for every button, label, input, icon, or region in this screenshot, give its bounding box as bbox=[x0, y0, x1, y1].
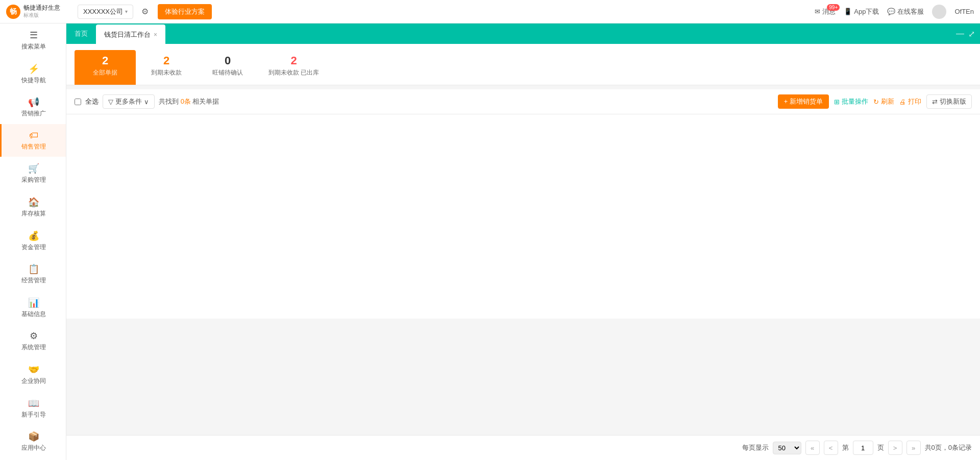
logo-icon: 畅 bbox=[6, 5, 20, 19]
sidebar-item-marketing[interactable]: 📢 营销推广 bbox=[0, 90, 66, 124]
stat-pending-num: 0 bbox=[207, 54, 248, 67]
sidebar-item-sales[interactable]: 🏷 销售管理 bbox=[0, 124, 66, 157]
sidebar-label-app-center: 应用中心 bbox=[21, 444, 46, 452]
header-right: ✉ 消息 99+ 📱 App下载 💬 在线客服 OfTEn bbox=[815, 5, 974, 19]
tab-current[interactable]: 钱货日清工作台 × bbox=[96, 25, 165, 45]
stat-overdue-num: 2 bbox=[146, 54, 187, 67]
table-area bbox=[66, 114, 980, 319]
sidebar-label-system: 系统管理 bbox=[21, 344, 46, 352]
tab-home[interactable]: 首页 bbox=[66, 23, 96, 44]
filter-icon: ▽ bbox=[108, 98, 113, 106]
stat-all-num: 2 bbox=[85, 54, 126, 67]
sidebar-item-operations[interactable]: 📋 经营管理 bbox=[0, 257, 66, 291]
sidebar-item-basic-info[interactable]: 📊 基础信息 bbox=[0, 291, 66, 325]
sidebar-label-sales: 销售管理 bbox=[21, 143, 46, 151]
trial-button[interactable]: 体验行业方案 bbox=[158, 4, 212, 19]
guide-icon: 📖 bbox=[28, 398, 39, 409]
stat-overdue-out-num: 2 bbox=[268, 54, 319, 67]
switch-icon: ⇄ bbox=[932, 98, 938, 106]
tab-bar: 首页 钱货日清工作台 × — ⤢ bbox=[66, 23, 980, 44]
logo-title: 畅捷通好生意 bbox=[23, 4, 60, 12]
tab-close-icon[interactable]: × bbox=[154, 31, 157, 38]
sidebar-item-app-center[interactable]: 📦 应用中心 bbox=[0, 425, 66, 458]
company-name: XXXXXX公司 bbox=[83, 7, 123, 16]
basic-info-icon: 📊 bbox=[28, 297, 39, 308]
sidebar-label-basic: 基础信息 bbox=[21, 310, 46, 319]
sidebar-item-quick-nav[interactable]: ⚡ 快捷导航 bbox=[0, 57, 66, 91]
stat-pending[interactable]: 0 旺铺待确认 bbox=[197, 50, 258, 85]
operations-icon: 📋 bbox=[28, 263, 39, 275]
app-download-button[interactable]: 📱 App下载 bbox=[844, 7, 879, 16]
refresh-button[interactable]: ↻ 刷新 bbox=[873, 97, 894, 106]
sidebar-item-guide[interactable]: 📖 新手引导 bbox=[0, 392, 66, 425]
first-page-button[interactable]: « bbox=[805, 441, 820, 455]
per-page-label: 每页显示 bbox=[742, 443, 769, 452]
tab-minimize-icon[interactable]: — bbox=[956, 29, 964, 38]
message-icon: ✉ bbox=[815, 8, 820, 15]
avatar[interactable] bbox=[932, 5, 946, 19]
sales-icon: 🏷 bbox=[29, 130, 38, 141]
message-button[interactable]: ✉ 消息 99+ bbox=[815, 7, 836, 16]
sidebar-label-purchase: 采购管理 bbox=[21, 176, 46, 184]
pagination-bar: 每页显示 50 100 200 « < 第 页 > » 共0页，0条记录 bbox=[66, 435, 980, 460]
system-icon: ⚙ bbox=[30, 330, 38, 342]
sidebar-item-inventory[interactable]: 🏠 库存核算 bbox=[0, 190, 66, 224]
page-suffix: 页 bbox=[877, 443, 884, 452]
search-menu-icon: ☰ bbox=[30, 30, 38, 41]
stat-all[interactable]: 2 全部单据 bbox=[75, 50, 136, 85]
page-label: 第 bbox=[842, 443, 849, 452]
sidebar-item-finance[interactable]: 💰 资金管理 bbox=[0, 224, 66, 258]
sidebar-label-search: 搜索菜单 bbox=[21, 43, 46, 51]
stat-overdue-out-label: 到期未收款 已出库 bbox=[268, 68, 319, 77]
company-selector[interactable]: XXXXXX公司 ▾ bbox=[78, 5, 133, 19]
per-page-select[interactable]: 50 100 200 bbox=[773, 442, 801, 454]
print-icon: 🖨 bbox=[899, 98, 906, 106]
chevron-down-icon: ▾ bbox=[125, 9, 128, 14]
next-page-button[interactable]: > bbox=[888, 441, 902, 455]
switch-version-button[interactable]: ⇄ 切换新版 bbox=[926, 94, 972, 109]
purchase-icon: 🛒 bbox=[28, 163, 39, 174]
finance-icon: 💰 bbox=[28, 230, 39, 241]
print-label: 打印 bbox=[908, 97, 921, 106]
online-service-button[interactable]: 💬 在线客服 bbox=[887, 7, 924, 16]
sidebar-item-purchase[interactable]: 🛒 采购管理 bbox=[0, 157, 66, 190]
service-icon: 💬 bbox=[887, 8, 895, 15]
user-name[interactable]: OfTEn bbox=[954, 8, 974, 15]
batch-label: 批量操作 bbox=[842, 97, 868, 106]
top-header: 畅 畅捷通好生意 标准版 XXXXXX公司 ▾ ⚙ 体验行业方案 ✉ 消息 99… bbox=[0, 0, 980, 23]
more-filter-button[interactable]: ▽ 更多条件 ∨ bbox=[103, 94, 155, 109]
message-badge: 99+ bbox=[827, 4, 840, 11]
refresh-icon: ↻ bbox=[873, 98, 879, 106]
tab-bar-actions: — ⤢ bbox=[956, 29, 980, 39]
sidebar-label-marketing: 营销推广 bbox=[21, 110, 46, 118]
page-body: 2 全部单据 2 到期未收款 0 旺铺待确认 2 到期未收款 已出库 bbox=[66, 44, 980, 435]
prev-page-button[interactable]: < bbox=[824, 441, 838, 455]
sidebar-label-cooperation: 企业协同 bbox=[21, 377, 46, 385]
page-number-input[interactable] bbox=[853, 441, 873, 455]
select-all-checkbox[interactable] bbox=[75, 99, 81, 105]
refresh-label: 刷新 bbox=[881, 97, 894, 106]
tab-maximize-icon[interactable]: ⤢ bbox=[968, 29, 975, 39]
sidebar-item-cooperation[interactable]: 🤝 企业协同 bbox=[0, 358, 66, 392]
stat-overdue-out[interactable]: 2 到期未收款 已出库 bbox=[258, 50, 329, 85]
batch-operation-button[interactable]: ⊞ 批量操作 bbox=[834, 97, 868, 106]
app-download-icon: 📱 bbox=[844, 8, 852, 15]
tab-current-label: 钱货日清工作台 bbox=[104, 30, 151, 39]
select-all-label: 全选 bbox=[85, 97, 99, 106]
switch-label: 切换新版 bbox=[940, 97, 966, 106]
new-sales-button[interactable]: + 新增销货单 bbox=[778, 94, 829, 109]
stat-overdue[interactable]: 2 到期未收款 bbox=[136, 50, 197, 85]
total-text: 共0页，0条记录 bbox=[925, 443, 972, 452]
print-button[interactable]: 🖨 打印 bbox=[899, 97, 921, 106]
last-page-button[interactable]: » bbox=[906, 441, 921, 455]
toolbar: 全选 ▽ 更多条件 ∨ 共找到 0条 相关单据 + 新增销货单 ⊞ 批量操作 bbox=[66, 89, 980, 114]
main-content: 首页 钱货日清工作台 × — ⤢ 2 全部单据 2 到期未收款 bbox=[66, 23, 980, 460]
layout: ☰ 搜索菜单 ⚡ 快捷导航 📢 营销推广 🏷 销售管理 🛒 采购管理 🏠 库存核… bbox=[0, 0, 980, 460]
found-text: 共找到 0条 相关单据 bbox=[159, 97, 219, 106]
sidebar-item-search-menu[interactable]: ☰ 搜索菜单 bbox=[0, 23, 66, 57]
online-service-label: 在线客服 bbox=[897, 7, 924, 16]
settings-button[interactable]: ⚙ bbox=[137, 4, 153, 19]
sidebar-item-system[interactable]: ⚙ 系统管理 bbox=[0, 324, 66, 358]
toolbar-right: + 新增销货单 ⊞ 批量操作 ↻ 刷新 🖨 打印 ⇄ bbox=[778, 94, 972, 109]
app-download-label: App下载 bbox=[854, 7, 879, 16]
